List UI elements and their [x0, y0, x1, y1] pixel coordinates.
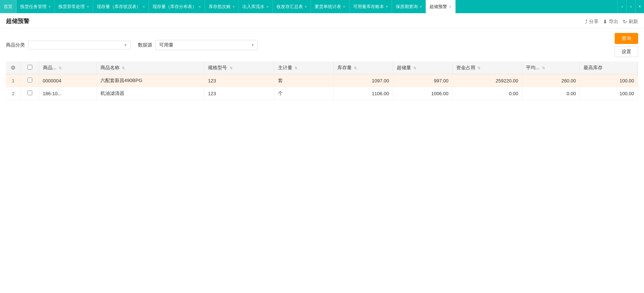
datasource-label: 数据源 [138, 42, 152, 48]
col-checkbox [21, 62, 39, 74]
nav-tab-abnormal-close[interactable]: × [87, 4, 89, 9]
nav-tab-home-label: 首页 [4, 4, 12, 10]
share-button[interactable]: ⤴ 分享 [585, 18, 599, 25]
table-row: 1 0000004 六配套新昌490BPG 123 套 1097.00 997.… [6, 74, 638, 87]
nav-tab-stock-status[interactable]: 现存量（库存状况表） × [93, 0, 149, 13]
col-spec-label: 规格型号 [208, 65, 227, 70]
row1-unit: 套 [274, 74, 333, 87]
nav-tab-inout-flow-close[interactable]: × [266, 4, 268, 9]
datasource-filter: 数据源 可用量 ▾ [138, 40, 258, 50]
query-button[interactable]: 查询 [615, 33, 638, 44]
sort-icon-unit: ⇅ [294, 66, 297, 70]
row2-overstock: 1006.00 [393, 87, 452, 100]
top-navigation: 首页 拣货任务管理 × 拣货异常处理 × 现存量（库存状况表） × 现存量（库存… [0, 0, 644, 13]
nav-tab-abnormal[interactable]: 拣货异常处理 × [55, 0, 93, 13]
category-label: 商品分类 [6, 42, 25, 48]
overstock-table: ⚙ 商品... ⇅ 商品名称 ⇅ 规格型号 ⇅ [6, 62, 638, 100]
nav-tab-stock-status-close[interactable]: × [143, 4, 145, 9]
row2-spec: 123 [204, 87, 274, 100]
export-button[interactable]: ⬇ 导出 [603, 18, 618, 25]
row2-capital: 0.00 [452, 87, 522, 100]
row2-unit: 个 [274, 87, 333, 100]
category-select[interactable]: ▾ [28, 41, 131, 49]
nav-tab-available-ledger[interactable]: 可用量库存账本 × [350, 0, 392, 13]
row1-checkbox[interactable] [28, 78, 32, 82]
col-product-name-label: 商品名称 [100, 65, 120, 70]
page-header: 超储预警 ⤴ 分享 ⬇ 导出 ↻ 刷新 [0, 13, 644, 29]
nav-tab-stock-dist-close[interactable]: × [198, 4, 201, 9]
select-all-checkbox[interactable] [28, 65, 32, 70]
export-icon: ⬇ [603, 19, 607, 25]
col-unit[interactable]: 主计量 ⇅ [274, 62, 333, 74]
table-row: 2 186-10... 机油滤清器 123 个 1106.00 1006.00 … [6, 87, 638, 100]
col-max-stock-label: 最高库存 [583, 65, 603, 70]
filter-buttons: 查询 设置 [615, 33, 638, 57]
sort-icon-product-name: ⇅ [122, 66, 125, 70]
page-content: 超储预警 ⤴ 分享 ⬇ 导出 ↻ 刷新 商品分类 ▾ 数据源 [0, 13, 644, 293]
nav-tab-collect-label: 收发存汇总表 [277, 4, 303, 10]
chevron-down-icon-2: ▾ [252, 42, 254, 48]
row2-avg: 0.00 [522, 87, 580, 100]
row2-product-code: 186-10... [39, 87, 96, 100]
col-avg-label: 平均... [526, 65, 539, 70]
row2-stock: 1106.00 [333, 87, 393, 100]
col-product-code-label: 商品... [43, 65, 56, 70]
col-spec[interactable]: 规格型号 ⇅ [204, 62, 274, 74]
refresh-button[interactable]: ↻ 刷新 [623, 18, 638, 25]
nav-tab-order-stat[interactable]: 要货单统计表 × [311, 0, 349, 13]
nav-tab-overstock[interactable]: 超储预警 × [426, 0, 455, 13]
sort-icon-capital: ⇅ [477, 66, 480, 70]
col-settings[interactable]: ⚙ [6, 62, 21, 74]
nav-tab-collect-close[interactable]: × [305, 4, 307, 9]
gear-icon[interactable]: ⚙ [11, 64, 15, 71]
col-max-stock: 最高库存 [580, 62, 638, 74]
row1-avg: 260.00 [522, 74, 580, 87]
header-actions: ⤴ 分享 ⬇ 导出 ↻ 刷新 [585, 18, 638, 25]
row1-checkbox-cell [21, 74, 39, 87]
row2-checkbox[interactable] [28, 90, 32, 95]
sort-icon-avg: ⇅ [542, 66, 545, 70]
nav-arrow-left[interactable]: ‹ [618, 0, 626, 13]
nav-tab-task-mgmt-close[interactable]: × [48, 4, 51, 9]
row1-max-stock: 100.00 [580, 74, 638, 87]
nav-tab-stock-dist[interactable]: 现存量（库存分布表） × [149, 0, 205, 13]
col-unit-label: 主计量 [278, 65, 292, 70]
refresh-label: 刷新 [629, 18, 638, 25]
row1-stock: 1097.00 [333, 74, 393, 87]
row1-product-code: 0000004 [39, 74, 96, 87]
nav-tab-home[interactable]: 首页 [0, 0, 17, 13]
nav-tab-collect[interactable]: 收发存汇总表 × [273, 0, 311, 13]
export-label: 导出 [609, 18, 618, 25]
share-label: 分享 [589, 18, 599, 25]
col-overstock[interactable]: 超储量 ⇅ [393, 62, 452, 74]
nav-tab-abnormal-label: 拣货异常处理 [58, 4, 85, 10]
nav-tab-task-mgmt[interactable]: 拣货任务管理 × [17, 0, 55, 13]
category-filter: 商品分类 ▾ [6, 41, 131, 49]
nav-tab-stock-status-label: 现存量（库存状况表） [97, 4, 141, 10]
col-stock[interactable]: 库存量 ⇅ [333, 62, 393, 74]
nav-tab-available-ledger-close[interactable]: × [386, 4, 388, 9]
nav-tab-stock-dist-label: 现存量（库存分布表） [153, 4, 197, 10]
nav-tab-overstock-label: 超储预警 [429, 4, 447, 10]
refresh-icon: ↻ [623, 19, 627, 25]
datasource-select[interactable]: 可用量 ▾ [155, 40, 258, 50]
nav-tab-inout-flow[interactable]: 出入库流水 × [239, 0, 272, 13]
nav-arrow-more[interactable]: × [635, 0, 644, 13]
share-icon: ⤴ [585, 19, 588, 25]
nav-arrow-right[interactable]: › [626, 0, 635, 13]
nav-tab-order-stat-label: 要货单统计表 [315, 4, 341, 10]
col-product-code[interactable]: 商品... ⇅ [39, 62, 96, 74]
nav-tab-order-stat-close[interactable]: × [343, 4, 345, 9]
nav-tab-quality-close[interactable]: × [420, 4, 422, 9]
nav-tab-quality[interactable]: 保质期查询 × [392, 0, 426, 13]
col-product-name[interactable]: 商品名称 ⇅ [96, 62, 204, 74]
nav-tab-overstock-close[interactable]: × [449, 4, 451, 9]
settings-button[interactable]: 设置 [615, 46, 638, 57]
datasource-select-value: 可用量 [159, 42, 249, 48]
table-header-row: ⚙ 商品... ⇅ 商品名称 ⇅ 规格型号 ⇅ [6, 62, 638, 74]
nav-tab-batch-close[interactable]: × [233, 4, 235, 9]
col-capital[interactable]: 资金占用 ⇅ [452, 62, 522, 74]
nav-tab-batch[interactable]: 库存批次账 × [205, 0, 239, 13]
col-avg[interactable]: 平均... ⇅ [522, 62, 580, 74]
nav-tab-batch-label: 库存批次账 [209, 4, 231, 10]
